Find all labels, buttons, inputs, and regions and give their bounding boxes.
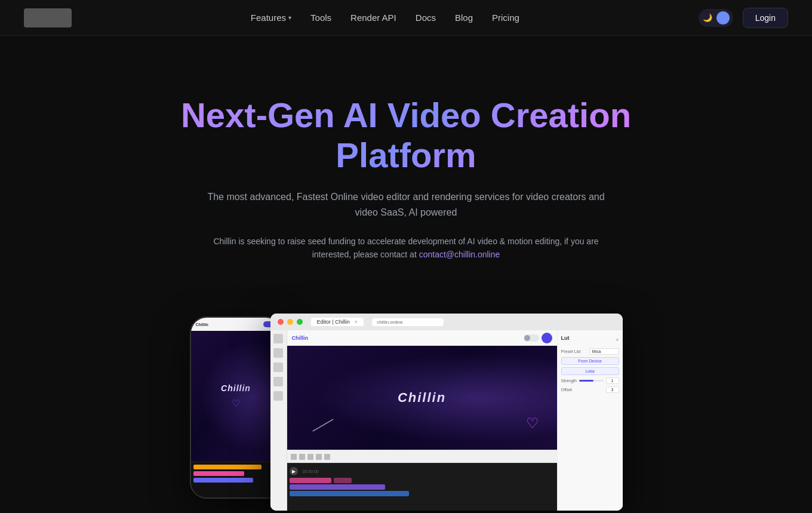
lut-strength-slider[interactable]: [579, 380, 604, 382]
hero-funding-text: Chillin is seeking to raise seed funding…: [213, 236, 598, 259]
hero-funding: Chillin is seeking to raise seed funding…: [203, 235, 609, 262]
timeline-track-row-3: [290, 491, 555, 496]
main-content: Next-Gen AI Video Creation Platform The …: [0, 0, 812, 513]
lut-preset-label: Preset List: [561, 349, 581, 354]
timeline-clip-2: [334, 478, 352, 483]
sidebar-tool-1[interactable]: [273, 334, 283, 343]
url-text: chillin.online: [377, 320, 403, 325]
lut-preset-select[interactable]: Misa: [589, 348, 619, 355]
lut-offset-value[interactable]: 3: [606, 386, 619, 393]
timeline-track-row-2: [290, 484, 555, 490]
desktop-mockup: Editor | Chillin × chillin.online: [270, 314, 623, 511]
moon-icon: 🌙: [702, 13, 713, 23]
toolbar-icon-5[interactable]: [324, 454, 330, 460]
timeline-clip-3: [290, 484, 385, 490]
phone-inner: Chillin Chillin ♡: [191, 318, 281, 497]
nav-item-blog[interactable]: Blog: [455, 13, 473, 23]
nav-link-docs[interactable]: Docs: [416, 13, 436, 23]
lut-loka-btn[interactable]: Loka: [561, 367, 619, 375]
lut-offset-label: Offset: [561, 388, 573, 392]
screenshots-section: Chillin Chillin ♡: [137, 314, 675, 511]
nav-item-docs[interactable]: Docs: [416, 13, 436, 23]
tab-close-icon: ×: [355, 319, 358, 325]
titlebar-dot-red: [278, 319, 284, 325]
nav-right: 🌙 Login: [699, 8, 788, 28]
nav-link-features[interactable]: Features ▾: [251, 13, 291, 23]
editor-right-panel: Lut × Preset List Misa From Device Loka …: [557, 330, 623, 511]
phone-app-name: Chillin: [196, 322, 208, 327]
phone-particles: [191, 331, 281, 462]
canvas-heart-icon: ♡: [526, 415, 539, 432]
titlebar-dot-green: [297, 319, 303, 325]
toolbar-icon-3[interactable]: [307, 454, 313, 460]
phone-heart-icon: ♡: [232, 398, 240, 409]
timeline-timecode: 00:00:00: [303, 469, 319, 474]
editor-canvas: Chillin ♡: [287, 346, 557, 450]
phone-track-1: [193, 465, 262, 469]
login-button[interactable]: Login: [743, 8, 788, 28]
phone-topbar: Chillin: [191, 318, 281, 331]
timeline-clip-1: [290, 478, 331, 483]
lut-panel-close[interactable]: ×: [616, 337, 619, 343]
lut-strength-row: Strength 1: [561, 377, 619, 384]
titlebar-tab: Editor | Chillin ×: [311, 318, 364, 326]
editor-logo: Chillin: [292, 335, 309, 341]
sidebar-tool-5[interactable]: [273, 391, 283, 401]
titlebar-dot-yellow: [287, 319, 293, 325]
nav-link-pricing[interactable]: Pricing: [492, 13, 519, 23]
timeline-clip-4: [290, 491, 409, 496]
lut-from-device-btn[interactable]: From Device: [561, 357, 619, 365]
lut-preset-row: Preset List Misa: [561, 348, 619, 355]
nav-link-tools[interactable]: Tools: [310, 13, 331, 23]
editor-left-sidebar: [270, 330, 287, 511]
nav-logo: [24, 8, 72, 27]
nav-item-pricing[interactable]: Pricing: [492, 13, 519, 23]
nav-links: Features ▾ Tools Render API Docs Blog Pr…: [251, 13, 519, 23]
lut-panel-title: Lut: [561, 335, 570, 341]
desktop-body: Chillin Chillin ♡: [270, 330, 623, 511]
toolbar-icon-2[interactable]: [299, 454, 305, 460]
timeline-play-button[interactable]: ▶: [290, 467, 298, 475]
theme-toggle[interactable]: 🌙: [699, 9, 733, 27]
titlebar-url: chillin.online: [372, 318, 444, 326]
phone-timeline: [191, 462, 281, 497]
lut-strength-label: Strength: [561, 379, 577, 383]
editor-toggle[interactable]: [524, 334, 539, 342]
hero-funding-link[interactable]: contact@chillin.online: [419, 250, 500, 259]
nav-item-render-api[interactable]: Render API: [350, 13, 396, 23]
navbar: Features ▾ Tools Render API Docs Blog Pr…: [0, 0, 812, 36]
theme-circle: [716, 11, 730, 24]
canvas-particles: [287, 346, 557, 450]
lut-strength-fill: [579, 380, 593, 382]
nav-link-render-api[interactable]: Render API: [350, 13, 396, 23]
editor-toolbar-bottom: [287, 450, 557, 463]
editor-avatar: [542, 333, 552, 343]
nav-item-features[interactable]: Features ▾: [251, 13, 291, 23]
timeline-controls: ▶ 00:00:00: [290, 466, 555, 477]
phone-mockup: Chillin Chillin ♡: [190, 317, 282, 499]
phone-track-3: [193, 478, 253, 483]
editor-topbar: Chillin: [287, 330, 557, 346]
chevron-down-icon: ▾: [288, 14, 291, 21]
sidebar-tool-4[interactable]: [273, 377, 283, 386]
nav-link-blog[interactable]: Blog: [455, 13, 473, 23]
nav-item-tools[interactable]: Tools: [310, 13, 331, 23]
editor-timeline: ▶ 00:00:00: [287, 463, 557, 511]
lut-strength-value[interactable]: 1: [606, 377, 619, 384]
hero-title: Next-Gen AI Video Creation Platform: [161, 96, 651, 175]
phone-track-2: [193, 471, 245, 476]
sidebar-tool-2[interactable]: [273, 348, 283, 358]
desktop-titlebar: Editor | Chillin × chillin.online: [270, 314, 623, 330]
nav-features-label: Features: [251, 13, 286, 23]
cta-section: Get Started: [328, 511, 484, 513]
editor-main: Chillin Chillin ♡: [287, 330, 557, 511]
lut-offset-row: Offset 3: [561, 386, 619, 393]
toolbar-icon-1[interactable]: [291, 454, 297, 460]
phone-video-area: Chillin ♡: [191, 331, 281, 462]
sidebar-tool-3[interactable]: [273, 363, 283, 372]
tab-label: Editor | Chillin: [317, 319, 350, 325]
hero-subtitle: The most advanced, Fastest Online video …: [197, 189, 615, 220]
hero-section: Next-Gen AI Video Creation Platform The …: [137, 36, 675, 314]
toolbar-icon-4[interactable]: [316, 454, 322, 460]
timeline-track-row-1: [290, 478, 555, 483]
